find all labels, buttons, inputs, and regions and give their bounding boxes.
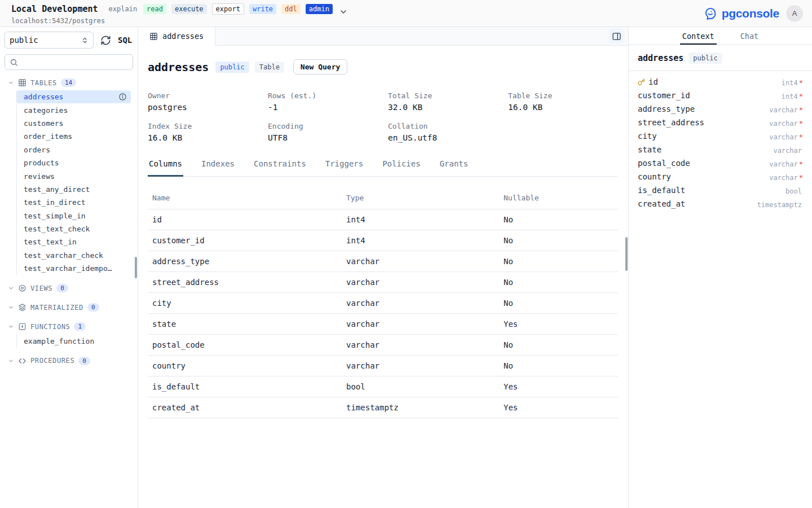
context-field[interactable]: created_attimestamptz [638,197,803,211]
table-item[interactable]: test_varchar_check [17,249,131,262]
column-header-name: Name [148,188,342,209]
section-count-badge: 0 [78,357,90,365]
toggle-side-panel-button[interactable] [609,29,624,43]
table-row[interactable]: postal_codevarcharNo [148,335,618,356]
table-item[interactable]: customers [17,117,131,130]
table-item[interactable]: products [17,156,131,169]
chevron-down-icon [8,285,14,291]
table-row[interactable]: address_typevarcharNo [148,251,618,272]
object-kind-badge: Table [255,62,284,73]
context-field[interactable]: customer_idint4* [638,89,803,102]
permission-badge-execute: execute [171,4,207,14]
table-item[interactable]: test_any_direct [17,183,131,196]
section-count-badge: 14 [61,78,76,87]
chevron-down-icon [8,358,14,364]
context-field[interactable]: statevarchar [638,143,803,156]
section-label: MATERIALIZED [30,304,83,312]
table-item[interactable]: test_simple_in [17,209,131,222]
search-input[interactable] [21,58,128,67]
schema-tree: TABLES 14 addresses categories customers… [5,77,133,367]
tab-policies[interactable]: Policies [381,159,421,176]
table-item[interactable]: test_varchar_idempo… [17,262,131,275]
connection-title: Local Development [11,4,98,14]
context-field[interactable]: is_defaultbool [638,183,803,197]
table-row[interactable]: idint4No [148,209,618,230]
tab-label: addresses [162,32,204,41]
section-materialized[interactable]: MATERIALIZED 0 [5,301,133,313]
section-functions[interactable]: FUNCTIONS 1 [5,321,133,332]
new-query-button[interactable]: New Query [293,59,347,75]
table-metadata: Ownerpostgres Rows (est.)-1 Total Size32… [148,91,618,142]
function-icon [18,322,27,331]
meta-value: -1 [268,103,388,112]
function-item[interactable]: example_function [17,334,131,347]
table-item-label: addresses [24,93,63,101]
permission-badge-write: write [249,4,276,14]
tab-grants[interactable]: Grants [439,159,470,176]
columns-table: Name Type Nullable idint4No customer_idi… [148,188,618,418]
table-row[interactable]: created_attimestamptzYes [148,397,618,418]
section-count-badge: 0 [87,303,99,312]
tab-indexes[interactable]: Indexes [200,159,236,176]
table-row[interactable]: countryvarcharNo [148,356,618,376]
table-item[interactable]: test_in_direct [17,196,131,209]
section-label: FUNCTIONS [30,323,70,331]
sidebar-search[interactable] [5,54,133,70]
tab-context[interactable]: Context [680,27,717,45]
connection-switcher-chevron-icon[interactable] [339,7,348,16]
view-icon [18,284,27,292]
table-row[interactable]: cityvarcharNo [148,293,618,314]
context-field[interactable]: countryvarchar* [638,170,803,183]
connection-info: Local Development explain read execute e… [11,2,348,25]
meta-label: Owner [148,91,268,100]
section-label: TABLES [30,79,57,87]
permission-badge-explain: explain [108,4,139,14]
tab-chat[interactable]: Chat [738,27,761,45]
topbar: Local Development explain read execute e… [0,0,812,27]
code-brackets-icon [18,357,27,365]
tab-triggers[interactable]: Triggers [324,159,364,176]
table-row[interactable]: is_defaultboolYes [148,376,618,397]
detail-tabs: Columns Indexes Constraints Triggers Pol… [148,159,618,177]
section-procedures[interactable]: PROCEDURES 0 [5,355,133,367]
chevron-down-icon [8,323,14,330]
table-row[interactable]: statevarcharYes [148,314,618,335]
meta-value: 32.0 KB [388,103,508,112]
user-avatar[interactable]: A [786,5,803,22]
table-item-addresses[interactable]: addresses [17,90,131,103]
table-row[interactable]: customer_idint4No [148,230,618,251]
tab-constraints[interactable]: Constraints [253,159,307,176]
context-field[interactable]: id int4* [638,75,803,89]
table-item[interactable]: test_text_in [17,235,131,248]
table-row[interactable]: street_addressvarcharNo [148,272,618,293]
meta-label: Rows (est.) [268,91,388,100]
meta-value: 16.0 KB [148,133,268,142]
sql-editor-button[interactable]: SQL [118,36,132,45]
table-item[interactable]: categories [17,103,131,116]
sidebar-scrollbar-thumb[interactable] [135,257,137,278]
schema-badge: public [215,62,249,73]
refresh-icon[interactable] [100,35,111,46]
tab-columns[interactable]: Columns [148,159,183,177]
table-item[interactable]: test_text_check [17,222,131,235]
schema-select[interactable]: public [5,32,94,49]
context-schema-badge: public [689,52,722,64]
context-field[interactable]: street_addressvarchar* [638,116,803,129]
table-item[interactable]: order_items [17,130,131,143]
table-grid-icon [18,78,27,87]
section-count-badge: 0 [56,284,68,292]
main-scrollbar-thumb[interactable] [625,237,628,271]
context-field[interactable]: cityvarchar* [638,129,803,143]
context-field[interactable]: address_typevarchar* [638,102,803,116]
info-icon[interactable] [118,93,127,101]
tab-addresses[interactable]: addresses [138,27,215,46]
schema-select-value: public [10,36,38,45]
table-item[interactable]: orders [17,143,131,156]
section-views[interactable]: VIEWS 0 [5,282,133,294]
table-item[interactable]: reviews [17,169,131,182]
table-grid-icon [149,32,158,41]
layers-icon [18,303,27,312]
section-tables[interactable]: TABLES 14 [5,77,133,89]
context-field[interactable]: postal_codevarchar* [638,156,803,170]
context-table-name: addresses [638,53,683,63]
